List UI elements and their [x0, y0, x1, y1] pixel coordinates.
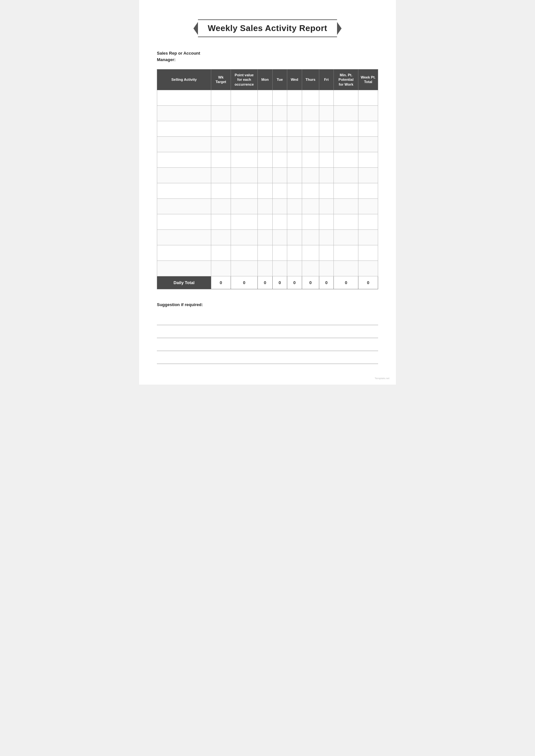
- cell-r7-c4[interactable]: [258, 183, 273, 199]
- cell-r2-c1[interactable]: [157, 105, 211, 121]
- cell-r2-c2[interactable]: [211, 105, 231, 121]
- cell-r6-c1[interactable]: [157, 167, 211, 183]
- cell-r11-c6[interactable]: [287, 245, 302, 260]
- cell-r5-c4[interactable]: [258, 152, 273, 167]
- cell-r12-c9[interactable]: [334, 260, 358, 276]
- cell-r2-c8[interactable]: [319, 105, 334, 121]
- cell-r10-c7[interactable]: [302, 230, 319, 245]
- cell-r10-c8[interactable]: [319, 230, 334, 245]
- cell-r3-c5[interactable]: [272, 121, 287, 136]
- cell-r9-c7[interactable]: [302, 214, 319, 230]
- table-row[interactable]: [157, 260, 378, 276]
- cell-r6-c10[interactable]: [358, 167, 378, 183]
- cell-r2-c3[interactable]: [231, 105, 258, 121]
- cell-r6-c6[interactable]: [287, 167, 302, 183]
- cell-r6-c4[interactable]: [258, 167, 273, 183]
- cell-r9-c6[interactable]: [287, 214, 302, 230]
- cell-r3-c7[interactable]: [302, 121, 319, 136]
- cell-r5-c3[interactable]: [231, 152, 258, 167]
- cell-r7-c8[interactable]: [319, 183, 334, 199]
- cell-r4-c6[interactable]: [287, 136, 302, 152]
- cell-r12-c1[interactable]: [157, 260, 211, 276]
- table-row[interactable]: [157, 199, 378, 214]
- cell-r12-c6[interactable]: [287, 260, 302, 276]
- cell-r12-c7[interactable]: [302, 260, 319, 276]
- cell-r11-c1[interactable]: [157, 245, 211, 260]
- cell-r12-c2[interactable]: [211, 260, 231, 276]
- cell-r2-c6[interactable]: [287, 105, 302, 121]
- cell-r5-c5[interactable]: [272, 152, 287, 167]
- cell-r8-c8[interactable]: [319, 199, 334, 214]
- cell-r4-c2[interactable]: [211, 136, 231, 152]
- cell-r3-c1[interactable]: [157, 121, 211, 136]
- suggestion-line-1[interactable]: [157, 313, 378, 325]
- cell-r1-c5[interactable]: [272, 90, 287, 105]
- cell-r10-c6[interactable]: [287, 230, 302, 245]
- cell-r12-c5[interactable]: [272, 260, 287, 276]
- cell-r8-c9[interactable]: [334, 199, 358, 214]
- cell-r10-c2[interactable]: [211, 230, 231, 245]
- table-row[interactable]: [157, 167, 378, 183]
- cell-r2-c9[interactable]: [334, 105, 358, 121]
- cell-r4-c3[interactable]: [231, 136, 258, 152]
- cell-r9-c1[interactable]: [157, 214, 211, 230]
- cell-r10-c5[interactable]: [272, 230, 287, 245]
- cell-r12-c4[interactable]: [258, 260, 273, 276]
- cell-r4-c5[interactable]: [272, 136, 287, 152]
- cell-r4-c8[interactable]: [319, 136, 334, 152]
- suggestion-line-3[interactable]: [157, 339, 378, 351]
- suggestion-line-4[interactable]: [157, 352, 378, 364]
- cell-r7-c2[interactable]: [211, 183, 231, 199]
- cell-r11-c3[interactable]: [231, 245, 258, 260]
- cell-r6-c5[interactable]: [272, 167, 287, 183]
- cell-r1-c1[interactable]: [157, 90, 211, 105]
- cell-r9-c9[interactable]: [334, 214, 358, 230]
- cell-r6-c8[interactable]: [319, 167, 334, 183]
- cell-r10-c10[interactable]: [358, 230, 378, 245]
- cell-r3-c9[interactable]: [334, 121, 358, 136]
- cell-r3-c10[interactable]: [358, 121, 378, 136]
- cell-r6-c3[interactable]: [231, 167, 258, 183]
- table-row[interactable]: [157, 136, 378, 152]
- suggestion-line-2[interactable]: [157, 326, 378, 338]
- cell-r1-c4[interactable]: [258, 90, 273, 105]
- cell-r8-c10[interactable]: [358, 199, 378, 214]
- cell-r11-c4[interactable]: [258, 245, 273, 260]
- cell-r7-c1[interactable]: [157, 183, 211, 199]
- cell-r2-c7[interactable]: [302, 105, 319, 121]
- cell-r6-c9[interactable]: [334, 167, 358, 183]
- cell-r3-c6[interactable]: [287, 121, 302, 136]
- cell-r7-c7[interactable]: [302, 183, 319, 199]
- cell-r10-c3[interactable]: [231, 230, 258, 245]
- cell-r6-c2[interactable]: [211, 167, 231, 183]
- cell-r3-c8[interactable]: [319, 121, 334, 136]
- cell-r3-c4[interactable]: [258, 121, 273, 136]
- cell-r9-c8[interactable]: [319, 214, 334, 230]
- cell-r12-c3[interactable]: [231, 260, 258, 276]
- cell-r3-c2[interactable]: [211, 121, 231, 136]
- cell-r5-c7[interactable]: [302, 152, 319, 167]
- cell-r11-c9[interactable]: [334, 245, 358, 260]
- cell-r11-c10[interactable]: [358, 245, 378, 260]
- cell-r6-c7[interactable]: [302, 167, 319, 183]
- cell-r11-c2[interactable]: [211, 245, 231, 260]
- cell-r11-c8[interactable]: [319, 245, 334, 260]
- cell-r1-c3[interactable]: [231, 90, 258, 105]
- cell-r7-c9[interactable]: [334, 183, 358, 199]
- cell-r9-c3[interactable]: [231, 214, 258, 230]
- cell-r7-c6[interactable]: [287, 183, 302, 199]
- cell-r4-c1[interactable]: [157, 136, 211, 152]
- cell-r12-c10[interactable]: [358, 260, 378, 276]
- cell-r5-c8[interactable]: [319, 152, 334, 167]
- cell-r2-c5[interactable]: [272, 105, 287, 121]
- cell-r11-c5[interactable]: [272, 245, 287, 260]
- cell-r4-c7[interactable]: [302, 136, 319, 152]
- cell-r10-c9[interactable]: [334, 230, 358, 245]
- cell-r1-c2[interactable]: [211, 90, 231, 105]
- cell-r7-c5[interactable]: [272, 183, 287, 199]
- cell-r5-c2[interactable]: [211, 152, 231, 167]
- cell-r8-c3[interactable]: [231, 199, 258, 214]
- cell-r8-c2[interactable]: [211, 199, 231, 214]
- cell-r8-c7[interactable]: [302, 199, 319, 214]
- table-row[interactable]: [157, 214, 378, 230]
